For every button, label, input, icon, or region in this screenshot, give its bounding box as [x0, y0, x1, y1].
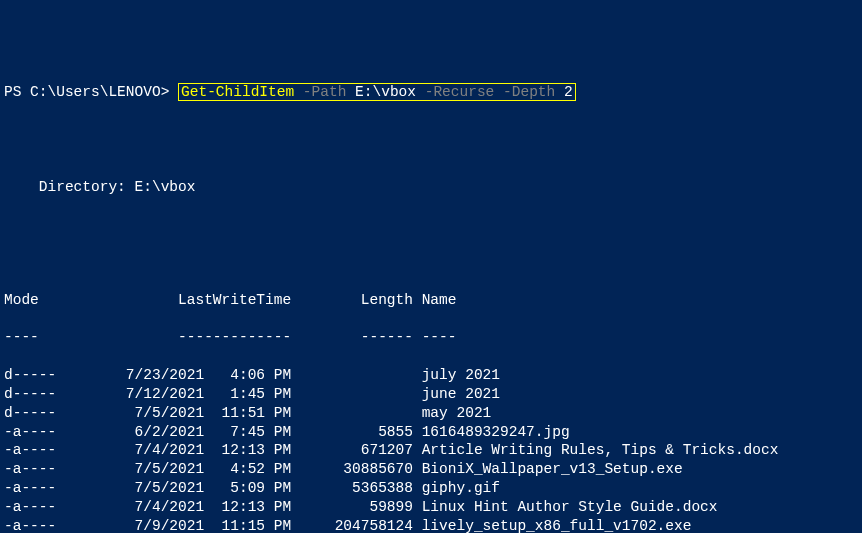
param-depth: -Depth: [503, 84, 555, 100]
directory-header-1: Directory: E:\vbox: [4, 178, 858, 197]
table-row: -a---- 6/2/2021 7:45 PM 5855 16164893292…: [4, 423, 858, 442]
blank-line: [4, 215, 858, 234]
table-row: -a---- 7/5/2021 5:09 PM 5365388 giphy.gi…: [4, 479, 858, 498]
column-separators: ---- ------------- ------ ----: [4, 328, 858, 347]
prompt-text: PS C:\Users\LENOVO>: [4, 84, 169, 100]
param-path: -Path: [303, 84, 347, 100]
table-row: d----- 7/23/2021 4:06 PM july 2021: [4, 366, 858, 385]
cmdlet-name: Get-ChildItem: [181, 84, 294, 100]
file-listing: d----- 7/23/2021 4:06 PM july 2021d-----…: [4, 366, 858, 533]
param-recurse: -Recurse: [425, 84, 495, 100]
blank-line: [4, 253, 858, 272]
blank-line: [4, 140, 858, 159]
table-row: -a---- 7/4/2021 12:13 PM 671207 Article …: [4, 441, 858, 460]
value-depth: 2: [564, 84, 573, 100]
column-headers: Mode LastWriteTime Length Name: [4, 291, 858, 310]
highlighted-command: Get-ChildItem -Path E:\vbox -Recurse -De…: [178, 83, 576, 101]
blank-line: [4, 102, 858, 121]
command-line[interactable]: PS C:\Users\LENOVO> Get-ChildItem -Path …: [4, 83, 576, 101]
value-path: E:\vbox: [355, 84, 416, 100]
table-row: -a---- 7/9/2021 11:15 PM 204758124 livel…: [4, 517, 858, 533]
table-row: d----- 7/12/2021 1:45 PM june 2021: [4, 385, 858, 404]
table-row: -a---- 7/4/2021 12:13 PM 59899 Linux Hin…: [4, 498, 858, 517]
table-row: d----- 7/5/2021 11:51 PM may 2021: [4, 404, 858, 423]
table-row: -a---- 7/5/2021 4:52 PM 30885670 BioniX_…: [4, 460, 858, 479]
